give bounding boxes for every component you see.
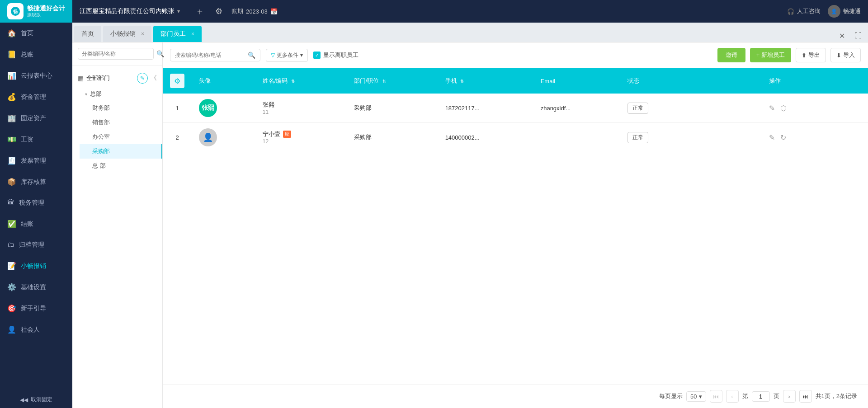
tab-employee-close[interactable]: ×: [191, 31, 194, 37]
row2-avatar: 👤: [192, 123, 255, 152]
dept-grid-icon: ▦: [78, 75, 84, 82]
logout-button-row1[interactable]: ⬡: [780, 104, 787, 112]
inventory-icon: 📦: [7, 178, 16, 186]
status-badge: 正常: [627, 132, 648, 143]
col-ops: 操作: [762, 68, 868, 94]
reports-icon: 📊: [7, 71, 16, 80]
unfix-button[interactable]: ◀◀ 取消固定: [0, 391, 72, 408]
avatar-circle: 张熙: [199, 99, 217, 117]
sidebar: 🏠 首页 📒 总账 📊 云报表中心 💰 资金管理 🏢 固定资产 💵 工资 🧾 发…: [0, 23, 72, 408]
dept-item-sales[interactable]: 销售部: [80, 115, 162, 130]
service-button[interactable]: 🎧 人工咨询: [787, 7, 821, 15]
add-company-button[interactable]: ＋: [190, 5, 210, 18]
page-size-value[interactable]: 50 ▾: [686, 391, 706, 402]
dept-sort-icon[interactable]: ⇅: [382, 79, 386, 84]
dept-collapse-button[interactable]: 《: [151, 74, 157, 82]
phone-sort-icon[interactable]: ⇅: [460, 79, 464, 84]
col-name: 姓名/编码 ⇅: [255, 68, 347, 94]
tab-expand-button[interactable]: ⛶: [852, 29, 864, 42]
dept-item-purchase[interactable]: 采购部: [80, 144, 162, 159]
show-resigned-label: 显示离职员工: [323, 51, 359, 59]
name-code: 张熙 11: [263, 101, 340, 115]
add-employee-button[interactable]: + 新增员工: [750, 48, 791, 62]
sidebar-item-guide[interactable]: 🎯 新手引导: [0, 298, 72, 319]
dept-item-office[interactable]: 办公室: [80, 130, 162, 144]
sidebar-item-funds[interactable]: 💰 资金管理: [0, 86, 72, 108]
export-icon: ⬆: [802, 52, 807, 59]
user-menu[interactable]: 👤 畅捷通: [828, 5, 861, 18]
settings-button[interactable]: ⚙: [210, 6, 228, 16]
edit-button-row2[interactable]: ✎: [769, 134, 775, 141]
filter-icon: ▽: [271, 52, 275, 58]
tab-employee-label: 部门员工: [160, 30, 186, 38]
row2-ops: ✎ ↻: [762, 123, 868, 152]
page-first-button[interactable]: ⏮: [710, 390, 722, 403]
sidebar-item-archive[interactable]: 🗂 归档管理: [0, 234, 72, 255]
guide-icon: 🎯: [7, 304, 16, 313]
company-dropdown-arrow: ▾: [177, 8, 180, 14]
sidebar-label-funds: 资金管理: [21, 93, 46, 101]
sidebar-item-social[interactable]: 👤 社会人: [0, 319, 72, 340]
sidebar-item-reports[interactable]: 📊 云报表中心: [0, 65, 72, 86]
more-filter-button[interactable]: ▽ 更多条件 ▾: [266, 49, 308, 62]
period-value: 2023-03: [246, 8, 268, 15]
sidebar-item-closing[interactable]: ✅ 结账: [0, 213, 72, 234]
tab-employee[interactable]: 部门员工 ×: [153, 26, 202, 42]
dept-edit-button[interactable]: ✎: [137, 73, 148, 84]
resigned-checkbox[interactable]: ✓: [313, 52, 321, 59]
employee-search-input[interactable]: [175, 52, 248, 58]
export-button[interactable]: ⬆ 导出: [796, 48, 826, 62]
funds-icon: 💰: [7, 93, 16, 101]
dept-item-general[interactable]: 总 部: [80, 159, 162, 173]
dept-group-head[interactable]: ▾ 总部: [80, 87, 162, 101]
unfix-label: 取消固定: [31, 396, 52, 403]
unfix-arrow-icon: ◀◀: [20, 397, 28, 403]
tab-expense-close[interactable]: ×: [141, 31, 144, 37]
period-display: 账期 2023-03 📅: [228, 7, 281, 15]
sidebar-item-ledger[interactable]: 📒 总账: [0, 44, 72, 65]
main-layout: 🏠 首页 📒 总账 📊 云报表中心 💰 资金管理 🏢 固定资产 💵 工资 🧾 发…: [0, 23, 868, 408]
import-label: 导入: [843, 51, 855, 59]
dept-all-button[interactable]: ▦ 全部部门 ✎ 《: [72, 69, 162, 87]
sidebar-item-tax[interactable]: 🏛 税务管理: [0, 192, 72, 213]
edit-button-row1[interactable]: ✎: [769, 104, 775, 112]
sidebar-item-expense[interactable]: 📝 小畅报销: [0, 255, 72, 277]
dept-item-finance[interactable]: 财务部: [80, 101, 162, 115]
tab-home[interactable]: 首页: [74, 26, 101, 42]
page-last-button[interactable]: ⏭: [799, 390, 812, 403]
company-selector[interactable]: 江西服宝精品有限责任公司内账张 ▾: [72, 7, 190, 15]
page-number-input[interactable]: [752, 391, 770, 402]
name-sort-icon[interactable]: ⇅: [291, 79, 295, 84]
tab-expense[interactable]: 小畅报销 ×: [103, 26, 151, 42]
toolbar-right: 邀请 + 新增员工 ⬆ 导出 ⬇ 导入: [717, 48, 861, 62]
sidebar-item-invoice[interactable]: 🧾 发票管理: [0, 150, 72, 171]
show-resigned-toggle[interactable]: ✓ 显示离职员工: [313, 51, 359, 59]
sidebar-item-home[interactable]: 🏠 首页: [0, 23, 72, 44]
sidebar-item-base[interactable]: ⚙️ 基础设置: [0, 277, 72, 298]
user-name: 畅捷通: [843, 7, 861, 15]
sidebar-item-inventory[interactable]: 📦 库存核算: [0, 171, 72, 192]
logo-icon: 畅: [7, 3, 24, 19]
sidebar-item-assets[interactable]: 🏢 固定资产: [0, 108, 72, 129]
table-settings-button[interactable]: ⚙: [170, 74, 184, 88]
sidebar-label-invoice: 发票管理: [21, 157, 46, 165]
import-button[interactable]: ⬇ 导入: [830, 48, 861, 62]
refresh-button-row2[interactable]: ↻: [780, 134, 786, 141]
page-prev-button[interactable]: ‹: [726, 390, 739, 403]
more-filter-label: 更多条件: [277, 52, 298, 59]
sidebar-label-salary: 工资: [21, 136, 33, 144]
pagination-bar: 每页显示 50 ▾ ⏮ ‹ 第 页 › ⏭: [163, 384, 868, 408]
page-size-select[interactable]: 50 ▾: [686, 391, 706, 402]
invite-button[interactable]: 邀请: [717, 48, 745, 62]
page-unit: 页: [774, 392, 779, 400]
dept-search-input[interactable]: [78, 48, 154, 60]
page-next-button[interactable]: ›: [783, 390, 796, 403]
sidebar-item-salary[interactable]: 💵 工资: [0, 129, 72, 150]
logo-subtitle: 旗舰版: [27, 12, 65, 18]
ledger-icon: 📒: [7, 50, 16, 59]
social-icon: 👤: [7, 325, 16, 334]
tab-close-all-button[interactable]: ✕: [835, 29, 848, 42]
avatar-gray: 👤: [199, 128, 217, 146]
calendar-icon[interactable]: 📅: [270, 8, 278, 15]
employee-search-icon[interactable]: 🔍: [248, 52, 255, 59]
